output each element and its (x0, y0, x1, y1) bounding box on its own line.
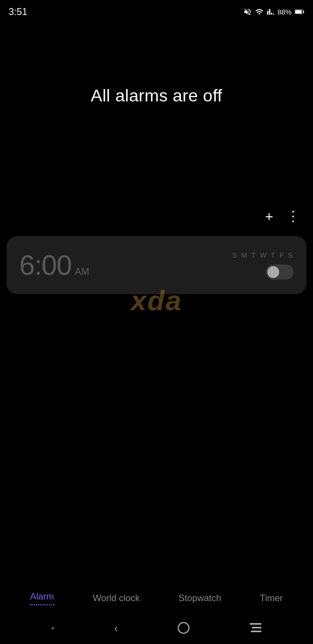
signal-icon (267, 8, 274, 16)
status-time: 3:51 (9, 6, 27, 18)
bottom-nav: Alarm World clock Stopwatch Timer (0, 583, 313, 612)
day-s1: S (232, 251, 238, 259)
mute-icon (243, 8, 252, 16)
alarm-toggle[interactable] (266, 265, 294, 280)
tab-world-clock[interactable]: World clock (88, 591, 145, 606)
home-button[interactable] (178, 622, 190, 634)
day-t1: T (251, 251, 257, 259)
recent-button[interactable] (250, 623, 261, 633)
alarms-heading: All alarms are off (91, 86, 222, 106)
recent-icon (250, 623, 261, 633)
alarm-card[interactable]: 6:00 AM S M T W T F S (6, 236, 307, 294)
wifi-icon (255, 8, 264, 16)
day-t2: T (271, 251, 276, 259)
toggle-knob (267, 266, 279, 278)
svg-rect-2 (295, 10, 302, 13)
status-icons: 88% (243, 8, 304, 16)
add-alarm-button[interactable]: + (265, 209, 273, 223)
battery-icon (295, 8, 304, 16)
day-f: F (279, 251, 285, 259)
day-m: M (241, 251, 248, 259)
svg-rect-5 (251, 631, 261, 632)
days-row: S M T W T F S (232, 251, 294, 259)
battery-percent: 88% (278, 8, 292, 16)
action-buttons: + ⋮ (265, 209, 300, 223)
more-options-button[interactable]: ⋮ (286, 209, 300, 223)
alarm-ampm: AM (75, 266, 89, 277)
day-w: W (260, 251, 267, 259)
alarm-time: 6:00 (19, 249, 71, 281)
system-nav: ‹ (0, 612, 313, 644)
back-icon: ‹ (114, 622, 118, 634)
tab-stopwatch[interactable]: Stopwatch (173, 591, 226, 606)
alarm-right: S M T W T F S (232, 251, 294, 280)
alarm-time-section: 6:00 AM (19, 249, 89, 281)
home-icon (178, 622, 190, 634)
svg-rect-4 (252, 627, 261, 628)
tab-alarm-label: Alarm (30, 591, 54, 602)
tab-timer[interactable]: Timer (254, 591, 288, 606)
tab-alarm-underline (30, 604, 54, 605)
day-s2: S (288, 251, 294, 259)
status-bar: 3:51 88% (0, 0, 313, 21)
tab-alarm[interactable]: Alarm (25, 589, 59, 608)
svg-rect-3 (250, 623, 261, 625)
tab-timer-label: Timer (260, 593, 283, 604)
nav-dot (52, 627, 54, 630)
back-button[interactable]: ‹ (114, 622, 118, 634)
svg-rect-1 (303, 11, 304, 13)
tab-world-clock-label: World clock (93, 593, 140, 604)
tab-stopwatch-label: Stopwatch (178, 593, 221, 604)
